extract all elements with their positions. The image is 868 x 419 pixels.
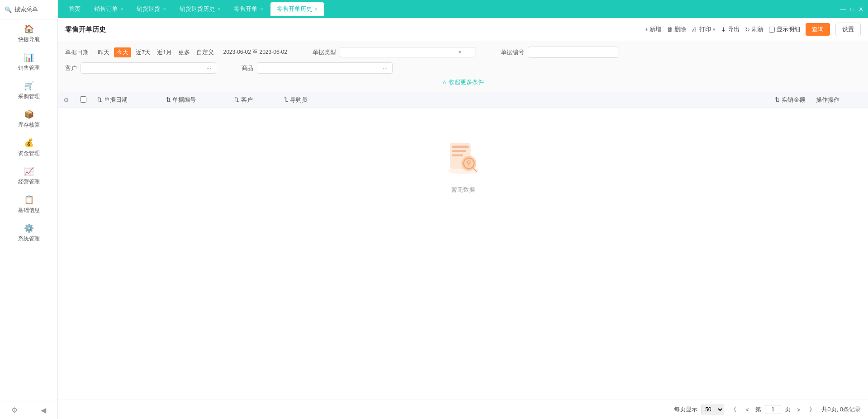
prev-page-button[interactable]: < — [743, 405, 752, 414]
collapse-icon[interactable]: ◀ — [41, 406, 46, 414]
pagination: 每页显示 50 10 20 100 《 < 第 页 > 》 共0页, 0条记录 — [58, 400, 868, 419]
export-button[interactable]: ⬇ 导出 — [721, 25, 740, 33]
window-controls: — □ ✕ — [840, 6, 863, 13]
sidebar-item-label: 资金管理 — [18, 150, 40, 157]
tab-retail-history-close[interactable]: × — [315, 6, 318, 12]
tab-bar: 首页 销售订单 × 销货退货 × 销货退货历史 × 零售开单 × 零售开单历史 … — [58, 0, 868, 18]
sidebar-item-purchase-mgmt[interactable]: 🛒 采购管理 — [0, 76, 57, 105]
sidebar-item-inventory[interactable]: 📦 库存核算 — [0, 105, 57, 133]
tab-sales-return-history-close[interactable]: × — [218, 6, 220, 12]
date-opt-today[interactable]: 今天 — [114, 47, 131, 57]
tab-sales-order-close[interactable]: × — [120, 6, 123, 12]
query-button[interactable]: 查询 — [806, 23, 830, 36]
tab-sales-order[interactable]: 销售订单 × — [88, 2, 129, 16]
delete-button[interactable]: 🗑 删除 — [667, 25, 686, 33]
sidebar-item-sales-mgmt[interactable]: 📊 销售管理 — [0, 48, 57, 76]
svg-rect-3 — [452, 150, 466, 152]
sidebar-item-quick-nav[interactable]: 🏠 快捷导航 — [0, 19, 57, 48]
sidebar-item-label: 经营管理 — [18, 178, 40, 186]
table-settings-icon[interactable]: ⚙ — [63, 96, 69, 104]
svg-rect-2 — [452, 146, 469, 148]
sidebar-search[interactable]: 🔍 搜索采单 — [0, 0, 57, 19]
doc-type-select[interactable]: ▾ — [340, 47, 475, 57]
sidebar-item-label: 基础信息 — [18, 207, 40, 214]
sidebar-search-label: 搜索采单 — [14, 5, 38, 14]
doc-no-input[interactable] — [528, 47, 618, 58]
page-label: 页 — [785, 405, 791, 414]
doc-no-filter: 单据编号 — [501, 47, 618, 58]
settings-icon[interactable]: ⚙ — [11, 406, 18, 414]
empty-state: 暂无数据 — [58, 108, 868, 221]
tab-retail-open[interactable]: 零售开单 × — [228, 2, 269, 16]
tab-sales-order-label: 销售订单 — [94, 5, 118, 13]
settings-button[interactable]: 设置 — [835, 23, 861, 36]
collapse-more-conditions[interactable]: ∧ 收起更多条件 — [65, 78, 861, 86]
goods-input[interactable]: ··· — [257, 62, 393, 74]
col-date-label: ⇅ 单据日期 — [97, 96, 128, 103]
box-icon: 📦 — [24, 109, 34, 119]
minimize-button[interactable]: — — [840, 6, 846, 13]
date-opt-more[interactable]: 更多 — [176, 47, 192, 57]
sidebar-bottom: ⚙ ◀ — [0, 401, 57, 419]
col-customer-label: ⇅ 客户 — [234, 96, 253, 103]
sidebar-item-label: 系统管理 — [18, 235, 40, 243]
col-action: 操作操作 — [811, 92, 868, 108]
tab-sales-return-close[interactable]: × — [163, 6, 166, 12]
select-all-checkbox[interactable] — [80, 96, 86, 103]
sidebar-item-base-info[interactable]: 📋 基础信息 — [0, 190, 57, 219]
close-button[interactable]: ✕ — [859, 6, 863, 13]
toolbar: 零售开单历史 + 新增 🗑 删除 🖨 🖨 打印 打印 ▾ ⬇ 导出 ↻ 刷新 — [58, 18, 868, 41]
tab-sales-return-label: 销货退货 — [137, 5, 160, 13]
sidebar-item-label: 库存核算 — [18, 121, 40, 129]
doc-type-chevron-icon: ▾ — [459, 49, 461, 55]
table-area: ⚙ ⇅ 单据日期 ⇅ 单据编号 ⇅ 客户 — [58, 92, 868, 400]
tab-sales-return-history[interactable]: 销货退货历史 × — [173, 2, 227, 16]
date-filter-label: 单据日期 — [65, 48, 89, 56]
tab-home[interactable]: 首页 — [62, 2, 87, 16]
refresh-button[interactable]: ↻ 刷新 — [745, 25, 764, 33]
page-size-select[interactable]: 50 10 20 100 — [701, 405, 724, 414]
tab-retail-open-close[interactable]: × — [260, 6, 263, 12]
tab-sales-return[interactable]: 销货退货 × — [130, 2, 172, 16]
customer-ellipsis: ··· — [206, 65, 211, 71]
col-guide: ⇅ 导购员 — [278, 92, 337, 108]
date-opt-last7[interactable]: 近7天 — [134, 47, 152, 57]
doc-type-filter: 单据类型 ▾ — [313, 47, 475, 57]
sidebar-item-operations[interactable]: 📈 经营管理 — [0, 162, 57, 190]
page-number-input[interactable] — [765, 405, 781, 414]
print-button[interactable]: 🖨 🖨 打印 打印 ▾ — [692, 25, 716, 33]
date-range-display: 2023-06-02 至 2023-06-02 — [223, 48, 287, 56]
col-guide-label: ⇅ 导购员 — [284, 96, 308, 103]
col-checkbox — [75, 92, 92, 108]
col-amount-label: ⇅ 实销金额 — [775, 96, 805, 103]
sidebar-item-finance[interactable]: 💰 资金管理 — [0, 133, 57, 162]
display-detail-toggle[interactable]: 显示明细 — [769, 25, 800, 33]
col-action-label: 操作 — [816, 96, 828, 103]
maximize-button[interactable]: □ — [850, 6, 854, 13]
last-page-button[interactable]: 》 — [806, 405, 818, 414]
tab-retail-history[interactable]: 零售开单历史 × — [270, 2, 324, 16]
next-page-button[interactable]: > — [794, 405, 803, 414]
trend-icon: 📈 — [24, 166, 34, 176]
date-opt-custom[interactable]: 自定义 — [194, 47, 216, 57]
tab-sales-return-history-label: 销货退货历史 — [180, 5, 215, 13]
date-opt-last1m[interactable]: 近1月 — [155, 47, 174, 57]
filter-row-1: 单据日期 昨天 今天 近7天 近1月 更多 自定义 2023-06-02 至 2… — [65, 47, 861, 58]
sidebar: 🔍 搜索采单 🏠 快捷导航 📊 销售管理 🛒 采购管理 📦 库存核算 💰 资金管… — [0, 0, 58, 419]
filter-area: 单据日期 昨天 今天 近7天 近1月 更多 自定义 2023-06-02 至 2… — [58, 41, 868, 92]
display-detail-checkbox[interactable] — [769, 27, 775, 33]
sidebar-item-sys-mgmt[interactable]: ⚙️ 系统管理 — [0, 219, 57, 247]
empty-icon — [441, 135, 486, 180]
display-detail-label: 显示明细 — [777, 25, 800, 33]
home-icon: 🏠 — [24, 24, 34, 34]
customer-input[interactable]: ··· — [81, 62, 216, 74]
first-page-button[interactable]: 《 — [728, 405, 739, 414]
goods-filter: 商品 ··· — [242, 62, 393, 74]
cart-icon: 🛒 — [24, 81, 34, 91]
col-spacer — [337, 92, 742, 108]
date-opt-yesterday[interactable]: 昨天 — [96, 47, 111, 57]
filter-row-2: 客户 ··· 商品 ··· — [65, 62, 861, 74]
goods-ellipsis: ··· — [383, 65, 388, 71]
add-button[interactable]: + 新增 — [645, 25, 661, 33]
date-options: 昨天 今天 近7天 近1月 更多 自定义 — [96, 47, 216, 57]
